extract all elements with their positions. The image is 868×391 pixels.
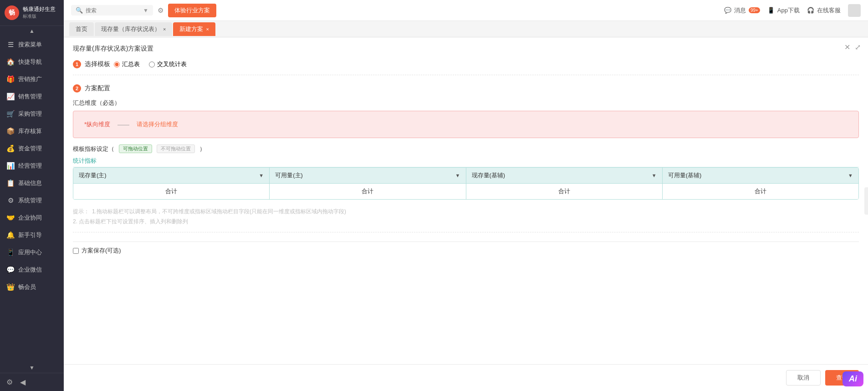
sidebar-item-search-menu[interactable]: ☰ 搜索菜单 xyxy=(0,36,64,53)
step2-divider xyxy=(73,232,859,232)
sidebar-item-label-purchase: 采购管理 xyxy=(18,110,42,118)
radio-summary[interactable]: 汇总表 xyxy=(114,60,140,68)
purchase-icon: 🛒 xyxy=(6,110,15,118)
online-service-group[interactable]: 🎧 在线客服 xyxy=(807,6,841,15)
tab-home[interactable]: 首页 xyxy=(69,22,94,36)
sidebar-item-sales[interactable]: 📈 销售管理 xyxy=(0,88,64,105)
col-header-3[interactable]: 可用量(基辅) ▼ xyxy=(663,168,858,183)
tab-inventory-status[interactable]: 现存量（库存状况表） × xyxy=(95,22,172,36)
tab-new-plan[interactable]: 新建方案 × xyxy=(173,22,215,36)
save-checkbox-label[interactable]: 方案保存(可选) xyxy=(82,247,121,255)
col-header-label-1: 可用量(主) xyxy=(275,171,303,180)
sidebar-scroll-up[interactable]: ▲ xyxy=(0,26,64,36)
tab-bar: 首页 现存量（库存状况表） × 新建方案 × xyxy=(64,21,868,37)
sidebar-item-new-guide[interactable]: 🔔 新手引导 xyxy=(0,226,64,244)
logo-icon: 畅 xyxy=(5,5,19,20)
sidebar-item-quick-nav[interactable]: 🏠 快捷导航 xyxy=(0,53,64,71)
ai-badge[interactable]: Ai xyxy=(842,371,863,386)
close-content-icon[interactable]: ✕ xyxy=(844,43,850,51)
footer: 取消 查询 xyxy=(64,364,868,391)
col-header-label-2: 现存量(基辅) xyxy=(472,171,505,180)
sidebar-item-inventory[interactable]: 📦 库存核算 xyxy=(0,123,64,140)
header-search-box[interactable]: 🔍 ▼ xyxy=(71,5,153,15)
sidebar-item-label-member: 畅会员 xyxy=(18,283,36,291)
sidebar-item-label-inventory: 库存核算 xyxy=(18,127,42,135)
tip-item-1: 2. 点击标题栏下拉可设置排序、插入列和删除列 xyxy=(73,217,188,227)
gear-icon[interactable]: ⚙ xyxy=(158,6,163,15)
header-right: 💬 消息 99+ 📱 App下载 🎧 在线客服 xyxy=(724,4,861,17)
sidebar-item-basic-info[interactable]: 📋 基础信息 xyxy=(0,175,64,192)
tab-new-plan-label: 新建方案 xyxy=(179,25,203,33)
search-icon: 🔍 xyxy=(76,7,83,14)
stats-table: 现存量(主) ▼ 可用量(主) ▼ 现存量(基辅) ▼ 可用量(基辅) ▼ xyxy=(73,167,859,200)
sidebar-item-app-center[interactable]: 📱 应用中心 xyxy=(0,244,64,261)
window-controls: ✕ ⤢ xyxy=(844,43,861,51)
maximize-icon[interactable]: ⤢ xyxy=(855,43,861,51)
app-download-group[interactable]: 📱 App下载 xyxy=(767,6,800,15)
trial-button[interactable]: 体验行业方案 xyxy=(168,4,216,17)
tab-inventory-close[interactable]: × xyxy=(163,26,166,32)
radio-summary-label: 汇总表 xyxy=(122,60,140,68)
sidebar-item-system[interactable]: ⚙ 系统管理 xyxy=(0,192,64,209)
sidebar-item-member[interactable]: 👑 畅会员 xyxy=(0,278,64,296)
sidebar-item-enterprise[interactable]: 🤝 企业协同 xyxy=(0,209,64,226)
sidebar-nav: ☰ 搜索菜单 🏠 快捷导航 🎁 营销推广 📈 销售管理 🛒 采购管理 📦 库存核… xyxy=(0,36,64,363)
sidebar-item-operations[interactable]: 📊 经营管理 xyxy=(0,157,64,175)
col-chevron-0[interactable]: ▼ xyxy=(259,173,264,178)
operations-icon: 📊 xyxy=(6,162,15,170)
stats-section-label: 统计指标 xyxy=(73,157,859,167)
settings-icon[interactable]: ⚙ xyxy=(6,378,13,386)
radio-cross[interactable]: 交叉统计表 xyxy=(149,60,187,68)
search-menu-icon: ☰ xyxy=(6,41,15,49)
new-guide-icon: 🔔 xyxy=(6,231,15,239)
sidebar-item-enterprise-wechat[interactable]: 💬 企业微信 xyxy=(0,261,64,278)
stats-table-header: 现存量(主) ▼ 可用量(主) ▼ 现存量(基辅) ▼ 可用量(基辅) ▼ xyxy=(73,168,858,183)
basic-info-icon: 📋 xyxy=(6,179,15,187)
col-header-1[interactable]: 可用量(主) ▼ xyxy=(270,168,466,183)
sidebar-item-label-search: 搜索菜单 xyxy=(18,41,42,49)
tab-home-label: 首页 xyxy=(76,25,87,33)
tab-inventory-label: 现存量（库存状况表） xyxy=(101,25,160,33)
immovable-badge: 不可拖动位置 xyxy=(157,144,195,153)
sidebar-item-finance[interactable]: 💰 资金管理 xyxy=(0,140,64,157)
col-header-2[interactable]: 现存量(基辅) ▼ xyxy=(466,168,663,183)
dimension-required: *纵向维度 xyxy=(84,120,110,129)
radio-cross-label: 交叉统计表 xyxy=(157,60,187,68)
avatar[interactable] xyxy=(848,4,861,17)
sidebar-logo: 畅 畅康通好生意 标准版 xyxy=(0,0,64,26)
tab-new-plan-close[interactable]: × xyxy=(206,26,209,32)
search-input[interactable] xyxy=(86,7,140,14)
mobile-icon: 📱 xyxy=(767,7,775,14)
col-header-0[interactable]: 现存量(主) ▼ xyxy=(73,168,270,183)
stats-table-row: 合计 合计 合计 合计 xyxy=(73,183,858,199)
inventory-icon: 📦 xyxy=(6,127,15,135)
col-chevron-2[interactable]: ▼ xyxy=(652,173,657,178)
message-group[interactable]: 💬 消息 99+ xyxy=(724,6,760,15)
summary-dimension-label: 汇总维度（必选） xyxy=(73,99,859,107)
save-checkbox[interactable] xyxy=(73,248,79,254)
dimension-area[interactable]: *纵向维度 —— 请选择分组维度 xyxy=(73,111,859,138)
page-title: 现存量(库存状况表)方案设置 xyxy=(73,45,859,53)
tips-section: 提示： 1.拖动标题栏可以调整布局，不可跨维度或指标区域拖动栏目字段(只能在同一… xyxy=(73,207,859,226)
step2-badge: 2 xyxy=(73,84,81,93)
col-cell-2: 合计 xyxy=(466,184,663,199)
sidebar-item-marketing[interactable]: 🎁 营销推广 xyxy=(0,71,64,88)
message-badge: 99+ xyxy=(749,7,760,13)
step1-header: 1 选择模板 汇总表 交叉统计表 xyxy=(73,60,859,68)
sidebar-item-purchase[interactable]: 🛒 采购管理 xyxy=(0,105,64,123)
app-download-label: App下载 xyxy=(777,6,800,15)
toggle-icon[interactable]: ◀ xyxy=(20,378,26,386)
col-chevron-3[interactable]: ▼ xyxy=(848,173,853,178)
sidebar-item-label-system: 系统管理 xyxy=(18,196,42,205)
content-area: ✕ ⤢ 现存量(库存状况表)方案设置 1 选择模板 汇总表 交叉统计表 xyxy=(64,37,868,364)
cancel-button[interactable]: 取消 xyxy=(786,370,821,386)
enterprise-icon: 🤝 xyxy=(6,214,15,222)
sidebar-scroll-down[interactable]: ▼ xyxy=(0,363,64,373)
tip-item-0: 1.拖动标题栏可以调整布局，不可跨维度或指标区域拖动栏目字段(只能在同一维度或指… xyxy=(92,207,346,217)
main-area: 🔍 ▼ ⚙ 体验行业方案 💬 消息 99+ 📱 App下载 🎧 在线客服 xyxy=(64,0,868,391)
enterprise-wechat-icon: 💬 xyxy=(6,266,15,274)
message-label: 消息 xyxy=(734,6,746,15)
col-header-label-3: 可用量(基辅) xyxy=(668,171,702,180)
search-dropdown-icon[interactable]: ▼ xyxy=(143,7,148,14)
col-chevron-1[interactable]: ▼ xyxy=(455,173,460,178)
